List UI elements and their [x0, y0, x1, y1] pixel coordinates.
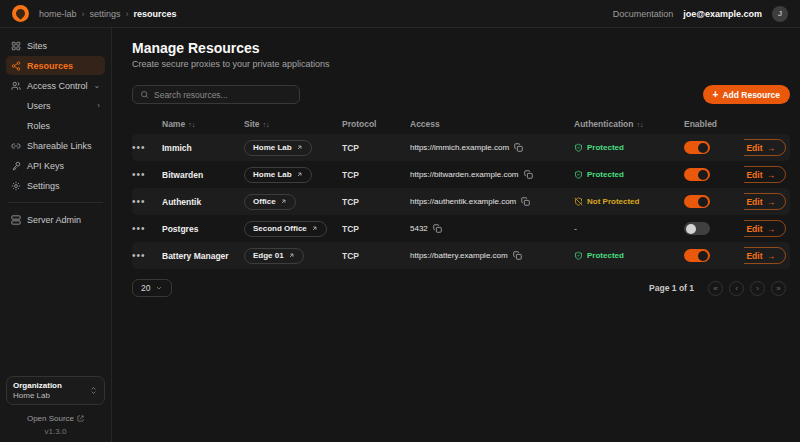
header-name[interactable]: Name↑↓ [162, 119, 244, 129]
enabled-toggle[interactable] [684, 168, 710, 181]
auth-status-badge: Protected [574, 251, 624, 260]
arrow-right-icon: → [767, 197, 776, 207]
copy-icon[interactable] [513, 251, 522, 260]
organization-selector[interactable]: Organization Home Lab [6, 376, 105, 405]
user-email[interactable]: joe@example.com [683, 9, 762, 19]
chevron-right-icon: › [97, 101, 100, 110]
sidebar-item-label: Sites [27, 41, 47, 51]
sidebar-item-label: Server Admin [27, 215, 81, 225]
breadcrumb-settings[interactable]: settings [90, 9, 121, 19]
row-menu-button[interactable]: ••• [132, 169, 146, 180]
enabled-toggle[interactable] [684, 141, 710, 154]
site-link[interactable]: Second Office [244, 221, 327, 237]
arrow-right-icon: → [767, 251, 776, 261]
protocol-value: TCP [342, 143, 359, 153]
access-url: 5432 [410, 224, 428, 233]
search-input[interactable] [154, 90, 292, 100]
page-title: Manage Resources [132, 40, 790, 56]
row-menu-button[interactable]: ••• [132, 142, 146, 153]
site-link[interactable]: Edge 01 [244, 248, 304, 264]
sidebar-item-shareable-links[interactable]: Shareable Links [6, 136, 105, 155]
topbar: home-lab › settings › resources Document… [0, 0, 800, 28]
sidebar-item-settings[interactable]: Settings [6, 176, 105, 195]
sidebar-divider [8, 202, 103, 203]
sidebar-item-sites[interactable]: Sites [6, 36, 105, 55]
sidebar-item-label: Roles [27, 121, 50, 131]
pagination: 20 Page 1 of 1 « ‹ › » [132, 279, 790, 297]
sidebar-item-roles[interactable]: Roles [6, 116, 105, 135]
sidebar-item-label: Settings [27, 181, 60, 191]
table-row: •••ImmichHome LabTCPhttps://immich.examp… [132, 134, 790, 161]
add-resource-label: Add Resource [722, 90, 780, 100]
server-icon [11, 215, 21, 225]
breadcrumb-current: resources [134, 9, 177, 19]
enabled-toggle[interactable] [684, 249, 710, 262]
site-link[interactable]: Home Lab [244, 140, 312, 156]
avatar[interactable]: J [772, 6, 788, 22]
edit-button[interactable]: Edit→ [744, 247, 786, 264]
edit-button[interactable]: Edit→ [744, 193, 786, 210]
copy-icon[interactable] [514, 143, 523, 152]
sidebar-item-users[interactable]: Users › [6, 96, 105, 115]
sidebar-item-api-keys[interactable]: API Keys [6, 156, 105, 175]
sidebar-item-resources[interactable]: Resources [6, 56, 105, 75]
header-protocol: Protocol [342, 119, 410, 129]
copy-icon[interactable] [521, 197, 530, 206]
open-source-label: Open Source [27, 414, 74, 423]
site-link[interactable]: Office [244, 194, 296, 210]
last-page-button[interactable]: » [771, 281, 786, 296]
auth-status-badge: Not Protected [574, 197, 639, 206]
copy-icon[interactable] [524, 170, 533, 179]
row-menu-button[interactable]: ••• [132, 250, 146, 261]
key-icon [11, 161, 21, 171]
table-header: Name↑↓ Site↑↓ Protocol Access Authentica… [132, 114, 790, 134]
arrow-right-icon: → [767, 170, 776, 180]
row-menu-button[interactable]: ••• [132, 223, 146, 234]
edit-button[interactable]: Edit→ [744, 166, 786, 183]
sidebar-item-server-admin[interactable]: Server Admin [6, 210, 105, 229]
pangolin-logo-icon [12, 5, 29, 22]
edit-button[interactable]: Edit→ [744, 139, 786, 156]
arrow-right-icon: → [767, 143, 776, 153]
sidebar-item-access-control[interactable]: Access Control ⌄ [6, 76, 105, 95]
protocol-value: TCP [342, 224, 359, 234]
page-size-value: 20 [141, 283, 150, 293]
next-page-button[interactable]: › [750, 281, 765, 296]
organization-label: Organization [13, 381, 62, 390]
share-nodes-icon [11, 61, 21, 71]
auth-status-badge: Protected [574, 170, 624, 179]
breadcrumb-org[interactable]: home-lab [39, 9, 77, 19]
sidebar-item-label: Access Control [27, 81, 88, 91]
plus-icon: + [713, 89, 719, 100]
enabled-toggle[interactable] [684, 222, 710, 235]
protocol-value: TCP [342, 251, 359, 261]
enabled-toggle[interactable] [684, 195, 710, 208]
row-menu-button[interactable]: ••• [132, 196, 146, 207]
search-icon [140, 90, 149, 99]
sidebar-item-label: Users [27, 101, 51, 111]
auth-status-badge: - [574, 224, 577, 234]
documentation-link[interactable]: Documentation [613, 9, 674, 19]
header-authentication[interactable]: Authentication↑↓ [574, 119, 684, 129]
main-content: Manage Resources Create secure proxies t… [112, 28, 800, 442]
organization-value: Home Lab [13, 391, 62, 400]
sort-icon: ↑↓ [188, 121, 195, 128]
page-size-select[interactable]: 20 [132, 279, 172, 297]
add-resource-button[interactable]: + Add Resource [703, 85, 790, 104]
protocol-value: TCP [342, 197, 359, 207]
first-page-button[interactable]: « [708, 281, 723, 296]
sidebar: Sites Resources Access Control ⌄ Users ›… [0, 28, 112, 442]
header-enabled: Enabled [684, 119, 744, 129]
copy-icon[interactable] [433, 224, 442, 233]
page-subtitle: Create secure proxies to your private ap… [132, 59, 790, 69]
edit-button[interactable]: Edit→ [744, 220, 786, 237]
users-icon [11, 81, 21, 91]
breadcrumb: home-lab › settings › resources [39, 9, 177, 19]
header-access: Access [410, 119, 574, 129]
site-link[interactable]: Home Lab [244, 167, 312, 183]
prev-page-button[interactable]: ‹ [729, 281, 744, 296]
resource-name: Postgres [162, 224, 198, 234]
header-site[interactable]: Site↑↓ [244, 119, 342, 129]
access-url: https://authentik.example.com [410, 197, 516, 206]
open-source-link[interactable]: Open Source [27, 414, 84, 423]
